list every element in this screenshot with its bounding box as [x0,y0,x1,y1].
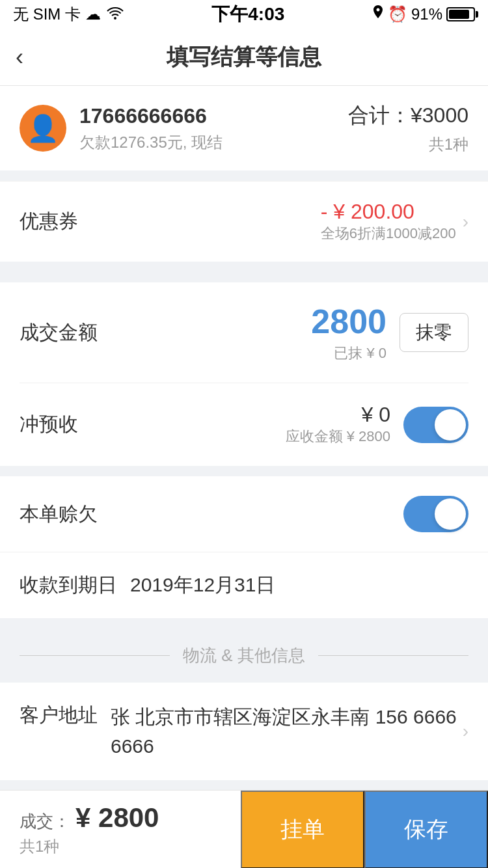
footer-deal-label: 成交： [20,810,70,833]
logistics-line-right [318,655,468,656]
coupon-chevron-icon: › [463,211,468,232]
page-title: 填写结算等信息 [167,42,321,72]
debt-section: 本单赊欠 收款到期日 2019年12月31日 [0,476,488,618]
coupon-row[interactable]: 优惠券 - ¥ 200.00 全场6折满1000减200 › [0,181,488,262]
wifi-icon [106,5,124,23]
location-icon [372,5,384,23]
footer-deal-row: 成交： ¥ 2800 [20,802,221,834]
deal-amount-values: 2800 已抹 ¥ 0 [311,302,386,363]
charge-value: ¥ 0 [286,403,390,427]
round-button[interactable]: 抹零 [400,313,468,352]
status-left: 无 SIM 卡 ☁ [13,4,124,25]
back-button[interactable]: ‹ [16,44,23,71]
address-label: 客户地址 [20,702,98,729]
date-value: 2019年12月31日 [130,572,275,599]
coupon-label: 优惠券 [20,208,78,235]
footer: 成交： ¥ 2800 共1种 挂单 保存 [0,790,488,868]
charge-row: 冲预收 ¥ 0 应收金额 ¥ 2800 [20,383,468,466]
footer-info: 成交： ¥ 2800 共1种 [0,802,241,857]
customer-right: 合计：¥3000 共1种 [348,102,468,155]
total-count: 共1种 [348,134,468,155]
logistics-line-left [20,655,170,656]
address-chevron-icon: › [463,721,468,742]
logistics-divider: 物流 & 其他信息 [0,629,488,683]
footer-amount: ¥ 2800 [75,802,159,834]
battery-percent: 91% [411,5,442,23]
deal-amount-sub: 已抹 ¥ 0 [311,344,386,363]
avatar: 👤 [20,105,66,152]
logistics-label: 物流 & 其他信息 [183,644,305,667]
charge-sub: 应收金额 ¥ 2800 [286,427,390,446]
customer-left: 👤 17666666666 欠款1276.35元, 现结 [20,104,223,153]
debt-label: 本单赊欠 [20,501,98,528]
deal-amount-right: 2800 已抹 ¥ 0 抹零 [311,302,468,363]
deal-amount-label: 成交金额 [20,319,98,346]
debt-toggle-knob [435,498,466,530]
status-right: ⏰ 91% [372,5,475,23]
nav-bar: ‹ 填写结算等信息 [0,29,488,86]
hang-button[interactable]: 挂单 [241,791,364,869]
footer-count: 共1种 [20,836,221,857]
total-amount: 合计：¥3000 [348,102,468,130]
battery-icon [446,7,475,21]
customer-phone: 17666666666 [79,104,223,128]
date-label: 收款到期日 [20,572,117,599]
charge-label: 冲预收 [20,411,78,438]
address-value: 张 北京市市辖区海淀区永丰南 156 6666 6666 [111,702,463,761]
alarm-icon: ⏰ [388,5,407,23]
customer-details: 17666666666 欠款1276.35元, 现结 [79,104,223,153]
address-section[interactable]: 客户地址 张 北京市市辖区海淀区永丰南 156 6666 6666 › [0,683,488,780]
section-divider-2 [0,466,488,476]
charge-values: ¥ 0 应收金额 ¥ 2800 [286,403,390,446]
debt-toggle[interactable] [403,496,468,532]
status-time: 下午4:03 [211,2,284,27]
charge-right: ¥ 0 应收金额 ¥ 2800 [286,403,468,446]
customer-debt: 欠款1276.35元, 现结 [79,132,223,153]
save-button[interactable]: 保存 [364,791,488,869]
toggle-knob [435,409,466,441]
coupon-right: - ¥ 200.00 全场6折满1000减200 › [321,200,468,243]
date-row: 收款到期日 2019年12月31日 [0,552,488,618]
coupon-discount: - ¥ 200.00 [321,200,456,224]
customer-info: 👤 17666666666 欠款1276.35元, 现结 合计：¥3000 共1… [0,86,488,170]
section-divider-1 [0,272,488,282]
avatar-icon: 👤 [27,113,59,144]
charge-toggle[interactable] [403,407,468,443]
sim-label: 无 SIM 卡 ☁ [13,4,101,25]
status-bar: 无 SIM 卡 ☁ 下午4:03 ⏰ 91% [0,0,488,29]
deal-amount-value: 2800 [311,302,386,341]
debt-row: 本单赊欠 [0,476,488,552]
amount-section: 成交金额 2800 已抹 ¥ 0 抹零 冲预收 ¥ 0 应收金额 ¥ 2800 [0,282,488,466]
coupon-desc: 全场6折满1000减200 [321,224,456,243]
deal-amount-row: 成交金额 2800 已抹 ¥ 0 抹零 [20,282,468,383]
